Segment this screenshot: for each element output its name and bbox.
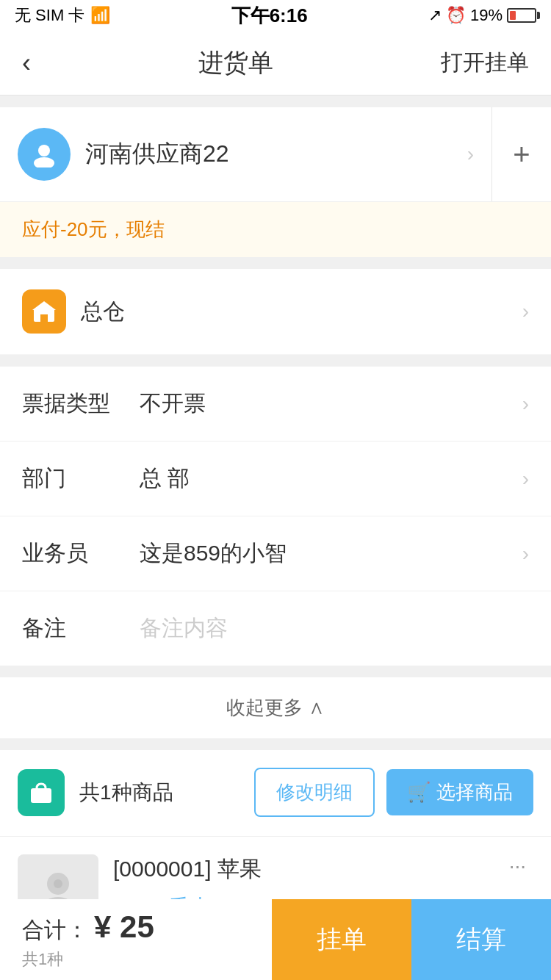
svg-marker-3 <box>32 301 56 310</box>
back-button[interactable]: ‹ <box>22 48 31 79</box>
supplier-selector[interactable]: 河南供应商22 › <box>0 107 492 201</box>
total-amount: ¥ 25 <box>94 909 154 945</box>
payment-notice: 应付-20元，现结 <box>0 202 551 257</box>
invoice-type-row[interactable]: 票据类型 不开票 › <box>0 367 551 442</box>
salesperson-chevron-icon: › <box>522 542 529 566</box>
svg-rect-5 <box>31 788 51 803</box>
product-count-label: 共1种商品 <box>79 779 254 807</box>
alarm-icon: ⏰ <box>446 6 466 25</box>
carrier-label: 无 SIM 卡 <box>15 4 84 26</box>
edit-detail-button[interactable]: 修改明细 <box>254 768 375 817</box>
department-value: 总 部 <box>125 464 522 494</box>
product-title-text: 苹果 <box>217 857 262 881</box>
nav-bar: ‹ 进货单 打开挂单 <box>0 31 551 96</box>
remark-input[interactable]: 备注内容 <box>125 613 529 644</box>
wifi-icon: 📶 <box>90 6 110 25</box>
add-supplier-button[interactable]: + <box>492 107 551 201</box>
location-icon: ↗ <box>428 6 442 25</box>
hang-order-button[interactable]: 挂单 <box>272 899 411 980</box>
supplier-avatar <box>18 128 71 181</box>
product-header: 共1种商品 修改明细 🛒 选择商品 <box>0 750 551 835</box>
salesperson-label: 业务员 <box>22 538 125 569</box>
invoice-type-value: 不开票 <box>125 389 522 419</box>
salesperson-value: 这是859的小智 <box>125 538 522 569</box>
total-section: 合计： ¥ 25 共1种 <box>0 909 272 970</box>
select-product-label: 选择商品 <box>436 779 513 805</box>
time-label: 下午6:16 <box>231 3 308 29</box>
collapse-button[interactable]: 收起更多 ∧ <box>0 677 551 738</box>
salesperson-row[interactable]: 业务员 这是859的小智 › <box>0 516 551 591</box>
warehouse-chevron-icon: › <box>522 300 529 323</box>
department-label: 部门 <box>22 464 125 494</box>
open-pending-button[interactable]: 打开挂单 <box>441 48 529 78</box>
total-label: 合计： <box>22 915 88 945</box>
warehouse-row[interactable]: 总仓 › <box>0 269 551 355</box>
department-row[interactable]: 部门 总 部 › <box>0 442 551 516</box>
remark-row[interactable]: 备注 备注内容 <box>0 591 551 666</box>
form-section: 票据类型 不开票 › 部门 总 部 › 业务员 这是859的小智 › 备注 备注… <box>0 367 551 666</box>
department-chevron-icon: › <box>522 467 529 491</box>
svg-point-1 <box>34 157 54 167</box>
product-name: [0000001] 苹果 <box>113 854 502 884</box>
status-bar: 无 SIM 卡 📶 下午6:16 ↗ ⏰ 19% <box>0 0 551 31</box>
warehouse-icon <box>22 289 66 334</box>
total-sub: 共1种 <box>22 948 250 970</box>
svg-point-8 <box>54 879 62 888</box>
page-title: 进货单 <box>198 46 273 80</box>
battery-label: 19% <box>470 6 503 25</box>
product-code: [0000001] <box>113 857 211 881</box>
invoice-type-chevron-icon: › <box>522 392 529 416</box>
product-bag-icon <box>18 769 65 816</box>
status-left: 无 SIM 卡 📶 <box>15 4 110 26</box>
supplier-section: 河南供应商22 › + <box>0 107 551 202</box>
svg-point-0 <box>38 145 50 156</box>
total-main: 合计： ¥ 25 <box>22 909 250 945</box>
chevron-right-icon: › <box>467 143 474 166</box>
select-product-button[interactable]: 🛒 选择商品 <box>386 769 533 815</box>
battery-icon <box>507 8 536 23</box>
invoice-type-label: 票据类型 <box>22 389 125 419</box>
warehouse-name: 总仓 <box>81 297 522 327</box>
remark-label: 备注 <box>22 613 125 644</box>
svg-rect-4 <box>40 314 48 322</box>
status-right: ↗ ⏰ 19% <box>428 6 536 25</box>
checkout-button[interactable]: 结算 <box>411 899 551 980</box>
select-product-icon: 🛒 <box>407 781 431 804</box>
product-more-button[interactable]: ··· <box>502 854 533 878</box>
bottom-bar: 合计： ¥ 25 共1种 挂单 结算 <box>0 899 551 980</box>
supplier-name: 河南供应商22 <box>85 138 467 170</box>
